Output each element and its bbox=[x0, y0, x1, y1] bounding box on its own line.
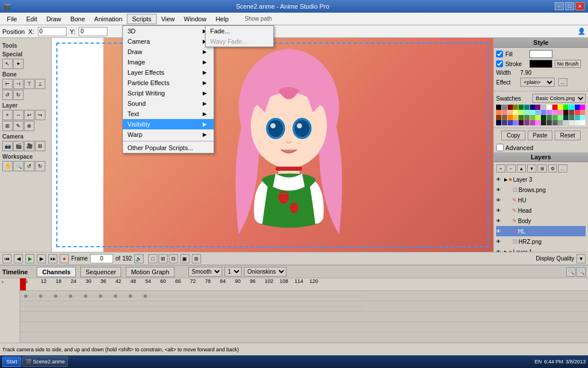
advanced-checkbox[interactable] bbox=[496, 144, 504, 151]
color-cell[interactable] bbox=[569, 120, 574, 125]
color-cell[interactable] bbox=[513, 120, 518, 125]
tool-btn-2[interactable]: ✦ bbox=[13, 59, 24, 69]
menu-edit[interactable]: Edit bbox=[22, 14, 42, 24]
color-cell[interactable] bbox=[535, 110, 540, 115]
layer-eye-hu[interactable]: 👁 bbox=[496, 198, 503, 203]
color-cell[interactable] bbox=[569, 115, 574, 120]
effect-options-button[interactable]: ... bbox=[558, 78, 567, 86]
layer-expand-layer1[interactable]: ▶ bbox=[504, 250, 508, 252]
menu-item-script-writing[interactable]: Script Writing▶ bbox=[123, 88, 214, 98]
layer-eye-body[interactable]: 👁 bbox=[496, 218, 503, 224]
layers-delete-btn[interactable]: − bbox=[506, 164, 516, 172]
close-button[interactable]: ✕ bbox=[575, 2, 585, 10]
color-cell[interactable] bbox=[535, 115, 540, 120]
color-cell[interactable] bbox=[552, 110, 558, 115]
color-cell[interactable] bbox=[580, 115, 585, 120]
effect-dropdown[interactable]: <plain> bbox=[520, 78, 555, 87]
menu-item-3d[interactable]: 3D▶ bbox=[123, 26, 214, 36]
color-cell[interactable] bbox=[563, 115, 568, 120]
workspace-tool-3[interactable]: ↺ bbox=[24, 161, 34, 171]
go-to-start-button[interactable]: ⏮ bbox=[2, 254, 11, 263]
stroke-color-swatch[interactable] bbox=[529, 60, 552, 68]
onionskin-dropdown[interactable]: Onionskins bbox=[244, 267, 287, 277]
color-cell[interactable] bbox=[563, 105, 568, 110]
menu-window[interactable]: Window bbox=[179, 14, 211, 24]
color-cell[interactable] bbox=[569, 110, 574, 115]
prev-frame-button[interactable]: ◀ bbox=[14, 254, 23, 263]
menu-item-camera[interactable]: Camera▶ bbox=[123, 36, 214, 47]
color-cell[interactable] bbox=[524, 105, 529, 110]
color-cell[interactable] bbox=[535, 105, 540, 110]
camera-tool-1[interactable]: 📷 bbox=[2, 141, 13, 151]
bone-tool-2[interactable]: ⊣ bbox=[13, 79, 24, 89]
color-cell[interactable] bbox=[508, 105, 513, 110]
color-cell[interactable] bbox=[547, 115, 552, 120]
timeline-zoom-out[interactable]: 🔍 bbox=[566, 267, 575, 277]
color-cell[interactable] bbox=[502, 120, 507, 125]
color-cell[interactable] bbox=[513, 115, 518, 120]
timeline-add-btn[interactable]: + bbox=[0, 278, 20, 286]
color-cell[interactable] bbox=[535, 120, 540, 125]
submenu-item-wavy-fade[interactable]: Wavy Fade... bbox=[206, 36, 273, 47]
view-mode-1[interactable]: □ bbox=[148, 254, 157, 263]
bone-tool-6[interactable]: ↻ bbox=[13, 90, 24, 100]
view-mode-2[interactable]: ⊞ bbox=[158, 254, 168, 263]
fill-checkbox[interactable] bbox=[496, 51, 503, 57]
maximize-button[interactable]: □ bbox=[565, 2, 574, 10]
color-cell[interactable] bbox=[563, 110, 568, 115]
layers-settings-btn[interactable]: ⚙ bbox=[548, 164, 557, 172]
color-cell[interactable] bbox=[496, 115, 501, 120]
tool-btn-1[interactable]: ↖ bbox=[2, 59, 13, 69]
layer-row-hl[interactable]: 👁 ✎ HL bbox=[496, 226, 586, 236]
layers-up-btn[interactable]: ▲ bbox=[517, 164, 526, 172]
color-cell[interactable] bbox=[524, 120, 529, 125]
minimize-button[interactable]: − bbox=[555, 2, 564, 10]
color-cell[interactable] bbox=[508, 115, 513, 120]
camera-tool-2[interactable]: 🎬 bbox=[13, 141, 24, 151]
color-cell[interactable] bbox=[513, 105, 518, 110]
color-cell[interactable] bbox=[496, 120, 501, 125]
menu-scripts[interactable]: Scripts bbox=[127, 14, 157, 24]
menu-item-sound[interactable]: Sound▶ bbox=[123, 98, 214, 109]
camera-tool-3[interactable]: 🎥 bbox=[24, 141, 34, 151]
timeline-tab-channels[interactable]: Channels bbox=[37, 267, 76, 277]
layer-eye-head[interactable]: 👁 bbox=[496, 208, 503, 213]
color-cell[interactable] bbox=[580, 110, 585, 115]
menu-item-warp[interactable]: Warp▶ bbox=[123, 129, 214, 140]
workspace-tool-4[interactable]: ↻ bbox=[35, 161, 45, 171]
color-cell[interactable] bbox=[541, 115, 546, 120]
color-cell[interactable] bbox=[502, 115, 507, 120]
color-cell[interactable] bbox=[569, 105, 574, 110]
bone-tool-4[interactable]: ⊥ bbox=[35, 79, 45, 89]
fill-color-swatch[interactable] bbox=[529, 50, 552, 58]
color-cell[interactable] bbox=[502, 105, 507, 110]
menu-item-particle-effects[interactable]: Particle Effects▶ bbox=[123, 78, 214, 88]
smooth-dropdown[interactable]: Smooth bbox=[188, 267, 222, 277]
layer-eye-hl[interactable]: 👁 bbox=[496, 229, 503, 234]
layers-more-btn[interactable]: … bbox=[558, 164, 567, 172]
color-cell[interactable] bbox=[547, 120, 552, 125]
x-input[interactable] bbox=[38, 27, 67, 36]
color-cell[interactable] bbox=[508, 120, 513, 125]
color-cell[interactable] bbox=[530, 115, 535, 120]
grid-btn[interactable]: ⊞ bbox=[192, 254, 201, 263]
layer-row-body[interactable]: 👁 ✎ Body bbox=[496, 216, 586, 226]
taskbar-app[interactable]: 🎬 Scene2.anme bbox=[22, 356, 68, 367]
color-cell[interactable] bbox=[496, 110, 501, 115]
layer-row-layer3[interactable]: 👁 ▶ ■ Layer 3 bbox=[496, 174, 586, 185]
layer-tool-6[interactable]: ✎ bbox=[13, 121, 24, 131]
color-cell[interactable] bbox=[519, 120, 524, 125]
color-cell[interactable] bbox=[541, 110, 546, 115]
layer-tool-7[interactable]: ⊗ bbox=[24, 121, 34, 131]
camera-tool-4[interactable]: ⊞ bbox=[35, 141, 45, 151]
color-cell[interactable] bbox=[530, 110, 535, 115]
timeline-tab-motion-graph[interactable]: Motion Graph bbox=[126, 267, 175, 277]
color-cell[interactable] bbox=[519, 105, 524, 110]
color-cell[interactable] bbox=[552, 120, 558, 125]
color-cell[interactable] bbox=[552, 115, 558, 120]
menu-item-text[interactable]: Text▶ bbox=[123, 109, 214, 119]
safe-area-btn[interactable]: ▣ bbox=[180, 254, 189, 263]
layer-tool-3[interactable]: ↩ bbox=[24, 110, 34, 120]
layer-tool-1[interactable]: + bbox=[2, 110, 13, 120]
menu-bone[interactable]: Bone bbox=[65, 14, 90, 24]
